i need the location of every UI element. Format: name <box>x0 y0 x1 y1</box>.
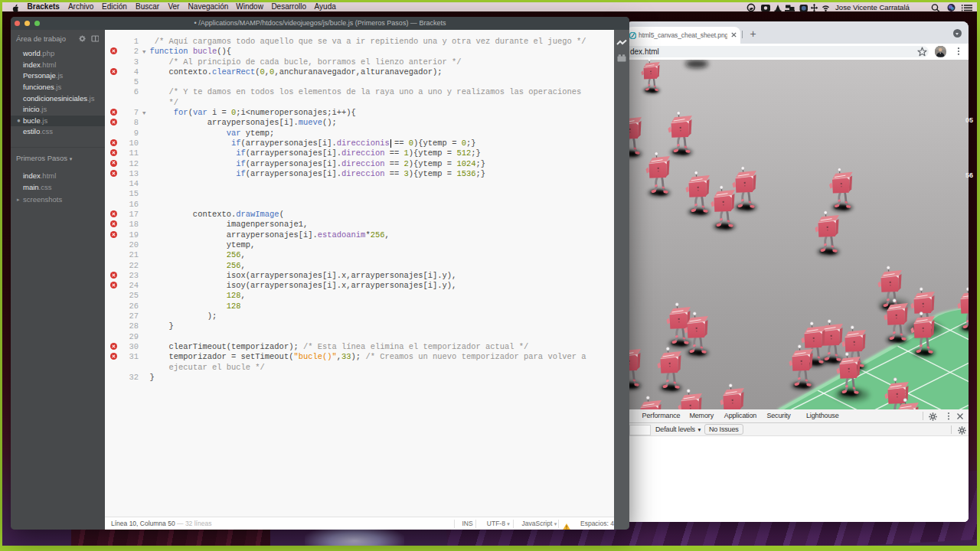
svg-text:Jose Vicente Carratalá: Jose Vicente Carratalá <box>835 3 910 11</box>
